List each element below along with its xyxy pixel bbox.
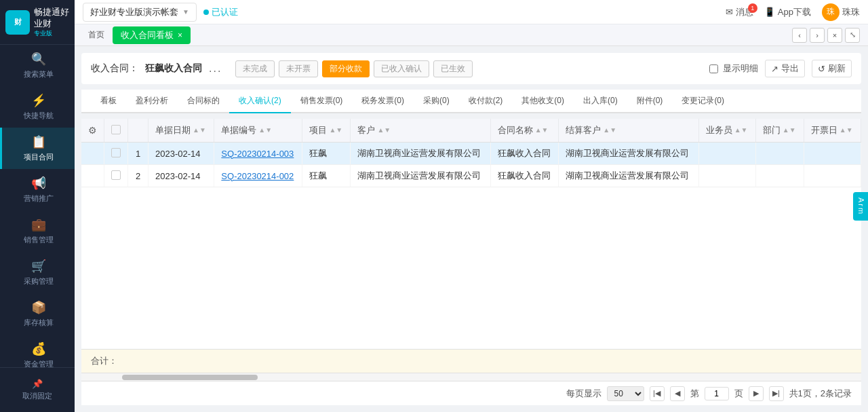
sort-contract-icon: ▲▼	[535, 127, 549, 134]
page-prefix-label: 第	[690, 388, 699, 400]
per-page-select[interactable]: 50 100 200	[607, 386, 644, 401]
tab-revenue[interactable]: 收入确认(2)	[229, 90, 291, 113]
status-uninvoiced-btn[interactable]: 未开票	[279, 60, 318, 77]
th-department[interactable]: 部门 ▲▼	[755, 119, 804, 143]
float-btn[interactable]: Arm	[853, 191, 868, 220]
status-confirmed-btn[interactable]: 已收入确认	[374, 60, 429, 77]
message-btn[interactable]: ✉ 1 消息	[726, 6, 753, 18]
topbar: 好业财专业版演示帐套 ▼ 已认证 ✉ 1 消息 📱 App下载 珠 珠珠	[75, 0, 868, 24]
pin-icon: 📌	[32, 379, 43, 389]
prev-tab-btn[interactable]: ‹	[792, 28, 807, 43]
sidebar-nav: 🔍 搜索菜单 ⚡ 快捷导航 📋 项目合同 📢 营销推广 💼 销售管理 🛒 采购管…	[0, 45, 75, 367]
search-icon: 🔍	[31, 52, 46, 67]
sidebar-item-finance[interactable]: 💰 资金管理	[0, 335, 75, 367]
settings-icon[interactable]: ⚙	[88, 125, 97, 136]
th-contract[interactable]: 合同名称 ▲▼	[490, 119, 559, 143]
row-check-cell[interactable]	[104, 143, 128, 165]
table-area: ⚙ 单据日期 ▲▼	[81, 119, 861, 405]
row-checkbox[interactable]	[111, 170, 121, 180]
tab-tax-invoice[interactable]: 税务发票(0)	[352, 90, 414, 113]
active-page-tab[interactable]: 收入合同看板 ×	[113, 26, 191, 44]
close-tab-btn[interactable]: ×	[827, 28, 842, 43]
next-tab-btn[interactable]: ›	[810, 28, 825, 43]
sidebar: 财 畅捷通好业财 专业版 🔍 搜索菜单 ⚡ 快捷导航 📋 项目合同 📢 营销推广…	[0, 0, 75, 412]
first-page-btn[interactable]: |◀	[650, 386, 665, 401]
th-open-date[interactable]: 开票日 ▲▼	[804, 119, 861, 143]
sidebar-item-marketing[interactable]: 📢 营销推广	[0, 169, 75, 210]
next-page-btn[interactable]: ▶	[749, 386, 764, 401]
sidebar-item-search[interactable]: 🔍 搜索菜单	[0, 45, 75, 86]
row-num-cell: 1	[128, 143, 149, 165]
row-number-cell[interactable]: SQ-20230214-002	[214, 165, 302, 187]
tab-warehouse[interactable]: 出入库(0)	[574, 90, 627, 113]
th-date[interactable]: 单据日期 ▲▼	[149, 119, 214, 143]
certified-dot-icon	[203, 10, 209, 15]
check-all-checkbox[interactable]	[111, 125, 121, 134]
scroll-track[interactable]	[81, 373, 861, 381]
row-checkbox[interactable]	[111, 148, 121, 157]
status-effective-btn[interactable]: 已生效	[433, 60, 473, 77]
row-settings-cell	[81, 143, 104, 165]
sidebar-item-inventory[interactable]: 📦 库存核算	[0, 293, 75, 335]
purchase-icon: 🛒	[31, 259, 46, 274]
export-icon: ↗	[771, 64, 778, 74]
content-area: 收入合同： 狂飙收入合同 ... 未完成 未开票 部分收款 已收入确认 已生效 …	[75, 46, 868, 412]
company-name: 好业财专业版演示帐套	[90, 6, 178, 18]
user-avatar-btn[interactable]: 珠 珠珠	[822, 3, 860, 21]
row-number-cell[interactable]: SQ-20230214-003	[214, 143, 302, 165]
sidebar-item-sales[interactable]: 💼 销售管理	[0, 210, 75, 252]
tab-subject[interactable]: 合同标的	[178, 90, 229, 113]
row-customer-cell: 湖南卫视商业运营发展有限公司	[351, 143, 490, 165]
th-final-customer[interactable]: 结算客户 ▲▼	[559, 119, 698, 143]
th-salesperson[interactable]: 业务员 ▲▼	[698, 119, 755, 143]
logo-icon: 财	[5, 10, 30, 35]
show-detail-checkbox[interactable]: 显示明细	[709, 62, 758, 75]
sidebar-pin-btn[interactable]: 📌 取消固定	[0, 373, 75, 407]
app-download-btn[interactable]: 📱 App下载	[764, 6, 811, 18]
tab-changes[interactable]: 变更记录(0)	[672, 90, 734, 113]
last-page-btn[interactable]: ▶|	[769, 386, 784, 401]
sort-open-date-icon: ▲▼	[840, 127, 853, 134]
page-input[interactable]	[705, 387, 729, 400]
status-partial-btn[interactable]: 部分收款	[322, 60, 370, 77]
row-customer-cell: 湖南卫视商业运营发展有限公司	[351, 165, 490, 187]
more-btn[interactable]: ...	[209, 62, 222, 75]
row-contract-cell: 狂飙收入合同	[490, 165, 559, 187]
tab-profit[interactable]: 盈利分析	[126, 90, 178, 113]
tab-attachment[interactable]: 附件(0)	[627, 90, 673, 113]
table-wrapper: ⚙ 单据日期 ▲▼	[81, 119, 861, 349]
finance-icon: 💰	[31, 341, 46, 356]
tab-close-btn[interactable]: ×	[178, 31, 182, 40]
page-suffix-label: 页	[734, 388, 743, 400]
tab-dashboard[interactable]: 看板	[91, 90, 126, 113]
th-project[interactable]: 项目 ▲▼	[302, 119, 351, 143]
tab-other[interactable]: 其他收支(0)	[512, 90, 574, 113]
export-btn[interactable]: ↗ 导出	[765, 60, 805, 77]
row-date-cell: 2023-02-14	[149, 143, 214, 165]
th-number[interactable]: 单据编号 ▲▼	[214, 119, 302, 143]
contract-name: 狂飙收入合同	[145, 62, 202, 75]
tab-payment[interactable]: 收付款(2)	[459, 90, 513, 113]
fullscreen-btn[interactable]: ⤡	[845, 28, 860, 43]
th-customer[interactable]: 客户 ▲▼	[351, 119, 490, 143]
sales-icon: 💼	[31, 217, 46, 232]
th-settings: ⚙	[81, 119, 104, 143]
download-icon: 📱	[764, 7, 775, 17]
sidebar-item-project[interactable]: 📋 项目合同	[0, 128, 75, 169]
status-uncomplete-btn[interactable]: 未完成	[235, 60, 275, 77]
sidebar-item-nav[interactable]: ⚡ 快捷导航	[0, 86, 75, 128]
company-selector[interactable]: 好业财专业版演示帐套 ▼	[83, 3, 197, 22]
tab-sales-invoice[interactable]: 销售发票(0)	[291, 90, 353, 113]
scroll-thumb[interactable]	[122, 375, 258, 380]
table-row[interactable]: 2 2023-02-14 SQ-20230214-002 狂飙 湖南卫视商业运营…	[81, 165, 861, 187]
refresh-btn[interactable]: ↺ 刷新	[812, 60, 852, 77]
breadcrumb-home[interactable]: 首页	[83, 29, 110, 41]
table-row[interactable]: 1 2023-02-14 SQ-20230214-003 狂飙 湖南卫视商业运营…	[81, 143, 861, 165]
row-check-cell[interactable]	[104, 165, 128, 187]
sidebar-item-purchase[interactable]: 🛒 采购管理	[0, 252, 75, 293]
tab-purchase[interactable]: 采购(0)	[414, 90, 459, 113]
prev-page-btn[interactable]: ◀	[670, 386, 685, 401]
sidebar-bottom: 📌 取消固定	[0, 367, 75, 412]
contract-prefix: 收入合同：	[91, 62, 138, 75]
show-detail-input[interactable]	[709, 64, 718, 73]
